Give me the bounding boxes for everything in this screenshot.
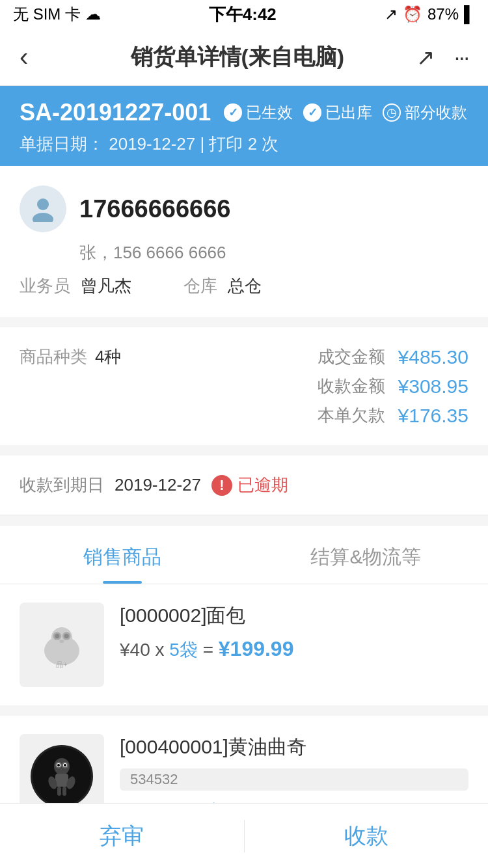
tab-bar: 销售商品 结算&物流等 <box>0 526 488 584</box>
tab-settlement-label: 结算&物流等 <box>310 546 421 567</box>
badge-partial-payment: ◷ 部分收款 <box>383 102 467 123</box>
customer-phone: 17666666666 <box>79 195 230 223</box>
customer-section: 17666666666 张，156 6666 6666 业务员 曾凡杰 仓库 总… <box>0 166 488 317</box>
salesperson-value: 曾凡杰 <box>81 275 131 297</box>
share-button[interactable]: ↗ <box>416 44 435 70</box>
person-icon <box>30 196 56 222</box>
abandon-review-button[interactable]: 弃审 <box>0 808 244 864</box>
deal-amount-row: 成交金额 ¥485.30 <box>318 346 468 368</box>
battery-text: 87% <box>427 5 459 23</box>
badge-activated-label: 已生效 <box>246 102 293 123</box>
price-base-1: ¥40 x <box>120 640 169 660</box>
svg-rect-17 <box>62 787 66 796</box>
overdue-icon: ! <box>211 475 232 496</box>
product-image-2-icon <box>29 744 94 809</box>
nav-actions: ↗ ··· <box>416 44 468 70</box>
due-date-value: 2019-12-27 <box>115 475 201 495</box>
owl-image-icon: 品+ <box>33 616 91 674</box>
received-amount-value: ¥308.95 <box>398 375 468 398</box>
warehouse-label: 仓库 <box>183 275 217 297</box>
product-info-1: [0000002]面包 ¥40 x 5袋 = ¥199.99 <box>120 603 468 662</box>
svg-point-6 <box>55 634 59 638</box>
date-label: 单据日期： <box>20 134 104 154</box>
badge-row: ✓ 已生效 ✓ 已出库 ◷ 部分收款 <box>224 102 467 123</box>
status-bar: 无 SIM 卡 ☁ 下午4:42 ↗ ⏰ 87% ▌ <box>0 0 488 29</box>
warehouse-value: 总仓 <box>228 275 262 297</box>
received-amount-label: 收款金额 <box>318 375 385 398</box>
overdue-text: 已逾期 <box>237 474 288 496</box>
tab-settlement[interactable]: 结算&物流等 <box>244 526 488 584</box>
summary-right: 成交金额 ¥485.30 收款金额 ¥308.95 本单欠款 ¥176.35 <box>318 346 468 427</box>
svg-point-7 <box>64 634 69 638</box>
svg-text:品+: 品+ <box>56 660 67 668</box>
price-total-1: ¥199.99 <box>219 637 294 660</box>
product-price-1: ¥40 x 5袋 = ¥199.99 <box>120 637 468 662</box>
svg-rect-13 <box>55 774 68 787</box>
location-icon: ↗ <box>385 5 398 23</box>
product-kinds: 商品种类 4种 <box>20 346 121 368</box>
debt-value: ¥176.35 <box>398 405 468 427</box>
tab-sales-products[interactable]: 销售商品 <box>0 526 244 584</box>
svg-point-22 <box>57 764 60 766</box>
badge-shipped: ✓ 已出库 <box>303 102 372 123</box>
badge-partial-label: 部分收款 <box>405 102 467 123</box>
kinds-label: 商品种类 <box>20 346 87 368</box>
summary-section: 商品种类 4种 成交金额 ¥485.30 收款金额 ¥308.95 本单欠款 ¥… <box>0 327 488 445</box>
clock-icon: ◷ <box>383 103 401 122</box>
warehouse-item: 仓库 总仓 <box>183 275 262 297</box>
alarm-icon: ⏰ <box>403 5 422 23</box>
page-title: 销货单详情(来自电脑) <box>131 42 345 72</box>
tab-sales-label: 销售商品 <box>83 546 161 567</box>
product-item: 品+ [0000002]面包 ¥40 x 5袋 = ¥199.99 <box>0 584 488 705</box>
more-button[interactable]: ··· <box>454 44 468 70</box>
banner-date-row: 单据日期： 2019-12-27 | 打印 2 次 <box>20 133 468 156</box>
product-name-1: [0000002]面包 <box>120 603 468 629</box>
debt-amount-row: 本单欠款 ¥176.35 <box>318 404 468 427</box>
svg-point-1 <box>33 213 53 222</box>
status-right: ↗ ⏰ 87% ▌ <box>385 5 475 23</box>
kinds-count: 4种 <box>95 346 121 368</box>
print-info: | 打印 2 次 <box>200 134 278 154</box>
salesperson-item: 业务员 曾凡杰 <box>20 275 131 297</box>
no-sim-text: 无 SIM 卡 ☁ <box>13 4 101 25</box>
nav-bar: ‹ 销货单详情(来自电脑) ↗ ··· <box>0 29 488 86</box>
due-date-label: 收款到期日 <box>20 474 104 496</box>
check-icon-2: ✓ <box>303 103 321 122</box>
bottom-action-bar: 弃审 收款 <box>0 803 488 868</box>
banner-top-row: SA-20191227-001 ✓ 已生效 ✓ 已出库 ◷ 部分收款 <box>20 99 468 126</box>
summary-left: 商品种类 4种 <box>20 346 121 368</box>
customer-meta: 业务员 曾凡杰 仓库 总仓 <box>20 275 468 297</box>
back-button[interactable]: ‹ <box>20 42 59 72</box>
customer-name-phone: 张，156 6666 6666 <box>20 241 468 264</box>
deal-amount-value: ¥485.30 <box>398 346 468 368</box>
product-name-2: [000400001]黄油曲奇 <box>120 734 468 761</box>
svg-point-0 <box>37 198 49 210</box>
svg-rect-16 <box>57 787 61 796</box>
qty-highlight-1: 5袋 <box>169 640 198 660</box>
svg-point-8 <box>59 640 64 643</box>
overdue-badge: ! 已逾期 <box>211 474 288 496</box>
check-icon-1: ✓ <box>224 103 242 122</box>
battery-icon: ▌ <box>464 5 475 23</box>
badge-shipped-label: 已出库 <box>325 102 372 123</box>
debt-label: 本单欠款 <box>318 404 385 427</box>
collect-payment-button[interactable]: 收款 <box>245 808 489 864</box>
status-time: 下午4:42 <box>209 3 277 26</box>
badge-activated: ✓ 已生效 <box>224 102 293 123</box>
status-left: 无 SIM 卡 ☁ <box>13 4 101 25</box>
equal-sign-1: = <box>198 640 219 660</box>
order-id: SA-20191227-001 <box>20 99 211 126</box>
header-banner: SA-20191227-001 ✓ 已生效 ✓ 已出库 ◷ 部分收款 单据日期：… <box>0 86 488 166</box>
product-sku-2: 534532 <box>120 768 468 791</box>
salesperson-label: 业务员 <box>20 275 70 297</box>
due-date-section: 收款到期日 2019-12-27 ! 已逾期 <box>0 455 488 515</box>
order-date: 2019-12-27 <box>109 134 195 154</box>
product-image-1: 品+ <box>20 603 104 687</box>
customer-top: 17666666666 <box>20 185 468 232</box>
svg-point-23 <box>64 764 66 766</box>
avatar <box>20 185 66 232</box>
deal-amount-label: 成交金额 <box>318 346 385 368</box>
received-amount-row: 收款金额 ¥308.95 <box>318 375 468 398</box>
